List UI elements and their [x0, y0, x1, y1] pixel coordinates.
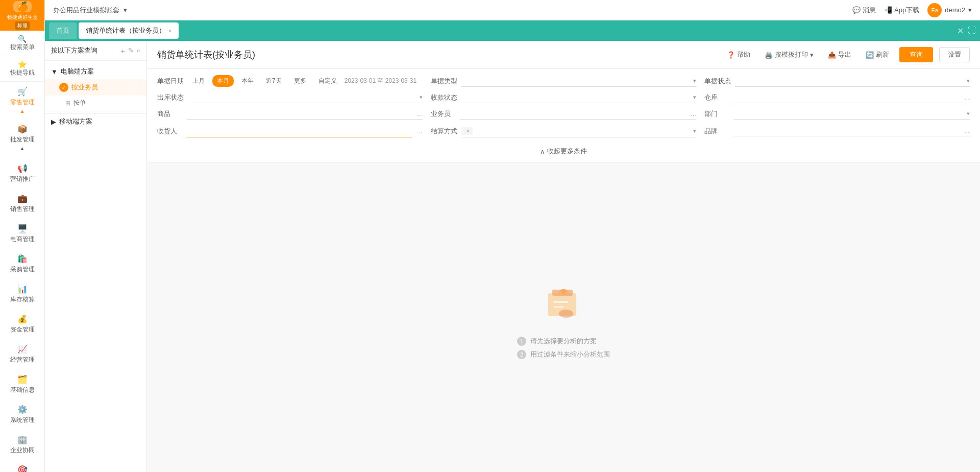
top-header: 办公用品行业模拟账套 ▾ 💬 消息 📲 App下载 Ea demo2 ▾ — [45, 0, 980, 20]
data-area: 1 请先选择要分析的方案 2 用过滤条件来缩小分析范围 — [147, 162, 980, 472]
warehouse-select[interactable]: … — [734, 92, 970, 103]
salesperson-dots: … — [691, 111, 696, 117]
sidebar-item-newbie[interactable]: 🎯 新手引导 — [0, 460, 44, 472]
scheme-child-salesperson[interactable]: ✓ 按业务员 — [45, 79, 146, 96]
svg-rect-2 — [553, 301, 569, 303]
date-btn-more[interactable]: 更多 — [289, 75, 311, 87]
export-button[interactable]: 📤 导出 — [824, 48, 855, 61]
settings-button[interactable]: 设置 — [939, 47, 970, 62]
sidebar-item-system[interactable]: ⚙️ 系统管理 — [0, 399, 44, 430]
user-profile[interactable]: Ea demo2 ▾ — [927, 3, 972, 17]
date-btn-thisyear[interactable]: 本年 — [237, 75, 258, 87]
date-btn-7days[interactable]: 近7天 — [261, 75, 286, 87]
sidebar-item-basics[interactable]: 🗂️ 基础信息 — [0, 369, 44, 399]
chevron-down-icon: ▼ — [51, 68, 58, 76]
outstatus-select[interactable]: ▾ — [188, 92, 423, 103]
filter-row-3: 商品 … 业务员 … 部门 — [157, 108, 970, 120]
dropdown-label[interactable]: 办公用品行业模拟账套 — [53, 6, 119, 15]
mobile-scheme-group: ▶ 移动端方案 — [45, 113, 146, 129]
basics-icon: 🗂️ — [17, 374, 28, 384]
scheme-sub-order[interactable]: ⊞ 按单 — [45, 96, 146, 110]
filter-item-receiptstatus: 收款状态 ▾ — [431, 92, 696, 103]
sidebar-item-inventory[interactable]: 📊 库存核算 — [0, 279, 44, 309]
receiptstatus-select[interactable]: ▾ — [461, 92, 696, 103]
filter-item-salesperson: 业务员 … — [431, 109, 696, 120]
tab-home[interactable]: 首页 — [49, 22, 77, 39]
department-select[interactable]: ▾ — [734, 108, 970, 120]
tab-sales-stat[interactable]: 销货单统计表（按业务员） × — [79, 22, 179, 39]
sidebar-item-retail[interactable]: 🛒 零售管理 ▲ — [0, 82, 44, 119]
outstatus-label: 出库状态 — [157, 93, 184, 102]
help-button[interactable]: ❓ 帮助 — [723, 48, 754, 61]
sidebar-shortcut[interactable]: ⭐ 快捷导航 — [0, 56, 44, 82]
payment-tag-remove[interactable]: × — [467, 128, 470, 134]
svg-point-5 — [561, 289, 566, 294]
payment-tag: × — [461, 127, 473, 135]
left-panel: 按以下方案查询 + ✎ « ▼ 电脑端方案 ✓ 按业务员 ⊞ 按 — [45, 41, 147, 472]
payment-select[interactable]: × ▾ — [461, 125, 696, 137]
sub-icon: ⊞ — [65, 100, 70, 107]
date-range: 2023-03-01 至 2023-03-31 — [345, 77, 416, 85]
help-label: 帮助 — [737, 50, 750, 59]
message-button[interactable]: 💬 消息 — [852, 6, 876, 15]
payment-label: 结算方式 — [431, 127, 457, 136]
goods-select[interactable]: … — [187, 109, 423, 120]
edit-scheme-button[interactable]: ✎ — [128, 46, 134, 55]
window-expand-icon[interactable]: ⛶ — [968, 26, 976, 35]
collapse-panel-button[interactable]: « — [137, 46, 140, 55]
department-arrow: ▾ — [967, 110, 970, 117]
doctype-arrow: ▾ — [693, 78, 696, 84]
refresh-button[interactable]: 🔄 刷新 — [862, 48, 893, 61]
doctype-select[interactable]: ▾ — [461, 76, 696, 87]
page-header: 销货单统计表(按业务员) ❓ 帮助 🖨️ 按模板打印 ▾ 📤 导出 — [147, 41, 980, 69]
consignee-input[interactable] — [187, 125, 412, 137]
department-label: 部门 — [704, 109, 730, 119]
date-btn-lastmonth[interactable]: 上月 — [188, 75, 209, 87]
left-panel-header: 按以下方案查询 + ✎ « — [45, 41, 146, 61]
tip-2-text: 用过滤条件来缩小分析范围 — [530, 350, 610, 359]
sidebar-item-ecommerce[interactable]: 🖥️ 电商管理 — [0, 219, 44, 249]
home-tab-label: 首页 — [56, 26, 69, 35]
tab-bar: 首页 销货单统计表（按业务员） × ✕ ⛶ — [45, 20, 980, 41]
print-label: 按模板打印 — [775, 50, 808, 59]
newbie-icon: 🎯 — [17, 465, 28, 472]
enterprise-icon: 🏢 — [17, 435, 28, 444]
sidebar-item-enterprise[interactable]: 🏢 企业协同 — [0, 430, 44, 460]
filter-area: 单据日期 上月 本月 本年 近7天 更多 自定义 2023-03-01 至 20… — [147, 69, 980, 162]
window-close-icon[interactable]: ✕ — [957, 26, 964, 36]
active-indicator: ✓ — [59, 83, 68, 92]
filter-row-2: 出库状态 ▾ 收款状态 ▾ 仓库 — [157, 92, 970, 103]
sidebar-item-purchase[interactable]: 🛍️ 采购管理 — [0, 249, 44, 279]
sidebar-item-finance[interactable]: 💰 资金管理 — [0, 309, 44, 339]
print-button[interactable]: 🖨️ 按模板打印 ▾ — [761, 48, 818, 61]
consignee-dots[interactable]: … — [416, 128, 423, 135]
docstatus-select[interactable]: ▾ — [735, 76, 970, 87]
date-btn-thismonth[interactable]: 本月 — [212, 75, 234, 87]
goods-dots: … — [417, 111, 423, 117]
salesperson-select[interactable]: … — [460, 109, 696, 120]
sidebar-item-marketing[interactable]: 📢 营销推广 — [0, 158, 44, 188]
add-scheme-button[interactable]: + — [120, 46, 125, 55]
goods-label: 商品 — [157, 109, 183, 119]
filter-row-4: 收货人 … 结算方式 × ▾ — [157, 125, 970, 137]
sidebar-item-wholesale[interactable]: 📦 批发管理 ▲ — [0, 119, 44, 156]
collapse-icon: ∧ — [540, 148, 545, 155]
mobile-scheme-parent[interactable]: ▶ 移动端方案 — [45, 114, 146, 129]
logo-sub: 标服 — [15, 21, 30, 30]
desktop-scheme-parent[interactable]: ▼ 电脑端方案 — [45, 64, 146, 79]
filter-item-consignee: 收货人 … — [157, 125, 423, 137]
query-button[interactable]: 查询 — [899, 47, 933, 62]
brand-select[interactable]: … — [734, 126, 970, 136]
content-wrapper: 按以下方案查询 + ✎ « ▼ 电脑端方案 ✓ 按业务员 ⊞ 按 — [45, 41, 980, 472]
sidebar-search[interactable]: 🔍 搜索菜单 — [0, 31, 44, 56]
finance-icon: 💰 — [17, 314, 28, 324]
tip-num-2: 2 — [517, 350, 526, 359]
sidebar-item-operations[interactable]: 📈 经营管理 — [0, 339, 44, 369]
date-btn-custom[interactable]: 自定义 — [314, 75, 341, 87]
collapse-conditions-button[interactable]: ∧ 收起更多条件 — [157, 143, 970, 156]
tab-close-button[interactable]: × — [168, 28, 172, 34]
sidebar-logo: 🍊 畅捷通好生意 标服 — [0, 0, 44, 31]
app-download-button[interactable]: 📲 App下载 — [884, 6, 919, 15]
docstatus-arrow: ▾ — [967, 78, 970, 84]
sidebar-item-sales[interactable]: 💼 销售管理 — [0, 188, 44, 219]
